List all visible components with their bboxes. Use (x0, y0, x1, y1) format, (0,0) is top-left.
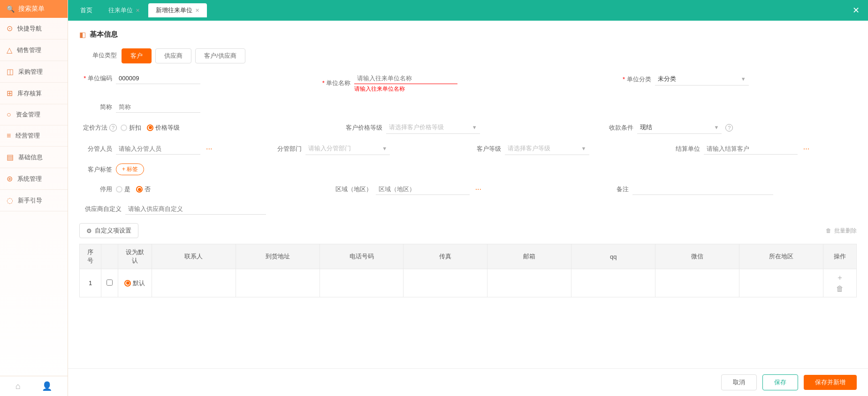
fax-input[interactable] (408, 280, 482, 287)
pricing-discount-radio[interactable]: 折扣 (121, 124, 141, 132)
row-delete-btn[interactable]: 🗑 (834, 284, 845, 294)
wechat-input[interactable] (660, 280, 734, 287)
tab-partner-close[interactable]: ✕ (136, 8, 140, 14)
email-input[interactable] (492, 280, 566, 287)
dept-label: 分管部门 (274, 145, 302, 153)
pricing-radio-group: 折扣 价格等级 (121, 124, 180, 132)
customer-level-label: 客户等级 (473, 145, 501, 153)
price-level-placeholder: 请选择客户价格等级 (389, 123, 470, 132)
td-address[interactable] (236, 269, 320, 297)
tag-btn-label: + 标签 (122, 165, 138, 173)
region-more-btn[interactable]: ··· (473, 185, 483, 194)
tab-new-partner-close[interactable]: ✕ (195, 8, 199, 14)
td-region[interactable] (739, 269, 823, 297)
disable-yes-circle (116, 186, 122, 193)
th-no: 序号 (80, 244, 101, 269)
manager-input[interactable] (116, 143, 200, 155)
category-select[interactable]: 未分类 ▼ (655, 73, 749, 85)
row-checkbox[interactable] (107, 280, 113, 286)
dept-placeholder: 请输入分管部门 (308, 144, 380, 153)
td-no: 1 (80, 269, 101, 297)
tab-home[interactable]: 首页 (73, 3, 100, 17)
name-label: 单位名称 (318, 79, 350, 87)
th-phone: 电话号码 (320, 244, 404, 269)
disable-no-radio[interactable]: 否 (136, 185, 151, 194)
sidebar-user-btn[interactable]: 👤 (42, 381, 52, 391)
disable-no-circle (136, 186, 143, 193)
sidebar-item-ops[interactable]: ≡ 经营管理 (0, 125, 68, 147)
sidebar-item-quick-nav[interactable]: ⊙ 快捷导航 (0, 18, 68, 39)
row-default-radio[interactable]: 默认 (123, 279, 147, 287)
tab-bar-close-btn[interactable]: ✕ (849, 5, 863, 16)
tab-partner[interactable]: 往来单位 ✕ (101, 3, 147, 17)
sidebar-item-system[interactable]: ⊛ 系统管理 (0, 168, 68, 190)
region-group: 区域（地区） ··· (335, 184, 582, 195)
supplier-custom-input[interactable] (125, 203, 266, 215)
pricing-help-icon[interactable]: ? (109, 124, 117, 132)
td-qq[interactable] (571, 269, 655, 297)
search-menu-btn[interactable]: 🔍 搜索菜单 (0, 0, 68, 18)
row-add-btn[interactable]: ＋ (834, 272, 845, 284)
system-label: 系统管理 (17, 175, 42, 183)
payment-help-icon[interactable]: ? (725, 124, 733, 132)
price-level-group: 客户价格等级 请选择客户价格等级 ▼ (340, 121, 592, 134)
tag-row: 客户标签 + 标签 (79, 163, 857, 175)
sidebar-item-purchase[interactable]: ◫ 采购管理 (0, 61, 68, 83)
payment-terms-select[interactable]: 现结 ▼ (637, 121, 722, 134)
customer-level-select[interactable]: 请选择客户等级 ▼ (505, 142, 589, 155)
guide-label: 新手引导 (18, 196, 42, 205)
row-default-label: 默认 (133, 279, 145, 287)
row-region-input[interactable] (744, 280, 818, 287)
unit-btn-customer[interactable]: 客户 (122, 48, 152, 63)
region-label: 区域（地区） (335, 185, 372, 194)
sidebar-item-basic[interactable]: ▤ 基础信息 (0, 147, 68, 168)
region-input[interactable] (376, 184, 470, 195)
sidebar-item-guide[interactable]: ◌ 新手引导 (0, 190, 68, 211)
unit-btn-supplier[interactable]: 供应商 (155, 48, 191, 63)
qq-input[interactable] (576, 280, 650, 287)
manager-more-btn[interactable]: ··· (204, 145, 214, 153)
dept-group: 分管部门 请输入分管部门 ▼ (274, 142, 458, 155)
save-new-button[interactable]: 保存并新增 (804, 375, 857, 390)
sidebar-item-finance[interactable]: ○ 资金管理 (0, 104, 68, 125)
tab-home-label: 首页 (80, 6, 92, 15)
td-wechat[interactable] (655, 269, 739, 297)
td-checkbox[interactable] (101, 269, 118, 297)
customer-level-chevron: ▼ (581, 146, 586, 151)
tab-new-partner[interactable]: 新增往来单位 ✕ (148, 3, 207, 17)
code-input[interactable] (116, 73, 200, 84)
settlement-input[interactable] (704, 143, 798, 155)
batch-delete-btn[interactable]: 🗑 批量删除 (826, 227, 857, 235)
abbr-input[interactable] (116, 101, 200, 113)
sidebar-item-sales[interactable]: △ 销售管理 (0, 39, 68, 61)
sidebar-item-inventory[interactable]: ⊞ 库存核算 (0, 83, 68, 104)
custom-settings-btn[interactable]: ⚙ 自定义项设置 (79, 223, 138, 238)
table-row: 1 默认 (80, 269, 857, 297)
td-contact[interactable] (152, 269, 236, 297)
remark-input[interactable] (632, 184, 773, 195)
th-email: 邮箱 (487, 244, 571, 269)
unit-btn-both[interactable]: 客户/供应商 (195, 48, 245, 63)
price-level-select[interactable]: 请选择客户价格等级 ▼ (386, 121, 480, 134)
cancel-button[interactable]: 取消 (721, 374, 757, 390)
td-email[interactable] (487, 269, 571, 297)
contact-input[interactable] (157, 280, 231, 287)
disable-label: 停用 (79, 185, 112, 194)
sidebar-home-btn[interactable]: ⌂ (15, 381, 21, 391)
dept-select[interactable]: 请输入分管部门 ▼ (305, 142, 390, 155)
name-input[interactable] (354, 73, 457, 84)
add-tag-btn[interactable]: + 标签 (116, 163, 144, 175)
inventory-label: 库存核算 (17, 89, 42, 98)
address-input[interactable] (241, 280, 315, 287)
td-phone[interactable] (320, 269, 404, 297)
settlement-more-btn[interactable]: ··· (801, 145, 811, 153)
manager-group: 分管人员 ··· (79, 143, 264, 155)
pricing-level-radio[interactable]: 价格等级 (147, 124, 180, 132)
save-button[interactable]: 保存 (762, 374, 798, 390)
disable-yes-label: 是 (124, 185, 130, 194)
disable-yes-radio[interactable]: 是 (116, 185, 130, 194)
td-fax[interactable] (404, 269, 487, 297)
custom-settings-label: 自定义项设置 (95, 226, 131, 235)
system-icon: ⊛ (7, 174, 13, 183)
phone-input[interactable] (325, 280, 399, 287)
